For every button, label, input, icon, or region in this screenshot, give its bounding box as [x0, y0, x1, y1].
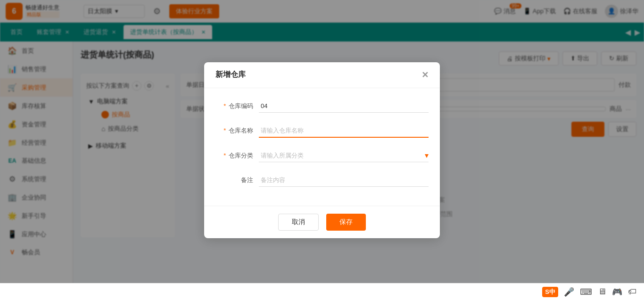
- dialog-header: 新增仓库 ✕: [204, 62, 440, 88]
- category-label: * 仓库分类: [215, 151, 253, 160]
- footer-logo: S中: [542, 287, 558, 297]
- dialog-close-icon[interactable]: ✕: [421, 70, 429, 80]
- save-button[interactable]: 保存: [326, 214, 366, 231]
- category-select[interactable]: ▾: [259, 149, 429, 162]
- dialog-body: * 仓库编码 * 仓库名称 * 仓库分类: [204, 88, 440, 202]
- code-input[interactable]: [259, 100, 429, 113]
- code-label: * 仓库编码: [215, 102, 253, 110]
- remark-input[interactable]: [259, 174, 429, 187]
- code-field-row: * 仓库编码: [215, 100, 429, 113]
- cancel-button[interactable]: 取消: [278, 214, 319, 231]
- footer-bar: S中 🎤 ⌨ 🖥 🎮 🏷: [0, 283, 644, 300]
- new-warehouse-dialog: 新增仓库 ✕ * 仓库编码 * 仓库名称: [204, 62, 440, 238]
- mic-icon[interactable]: 🎤: [564, 287, 574, 297]
- dialog-overlay: 新增仓库 ✕ * 仓库编码 * 仓库名称: [0, 0, 644, 300]
- category-dropdown-icon[interactable]: ▾: [425, 151, 429, 160]
- monitor-icon[interactable]: 🖥: [598, 287, 606, 297]
- name-input[interactable]: [259, 124, 429, 138]
- keyboard-icon[interactable]: ⌨: [580, 287, 592, 297]
- category-field-row: * 仓库分类 ▾: [215, 149, 429, 162]
- tag-icon[interactable]: 🏷: [628, 287, 636, 297]
- code-required-mark: *: [223, 102, 226, 109]
- category-required-mark: *: [223, 152, 226, 159]
- dialog-footer: 取消 保存: [204, 206, 440, 238]
- dialog-title: 新增仓库: [215, 70, 246, 80]
- gamepad-icon[interactable]: 🎮: [612, 287, 622, 297]
- category-input[interactable]: [259, 149, 425, 162]
- remark-label: 备注: [215, 176, 253, 184]
- name-required-mark: *: [223, 127, 226, 134]
- remark-field-row: 备注: [215, 174, 429, 187]
- name-label: * 仓库名称: [215, 126, 253, 135]
- name-field-row: * 仓库名称: [215, 124, 429, 138]
